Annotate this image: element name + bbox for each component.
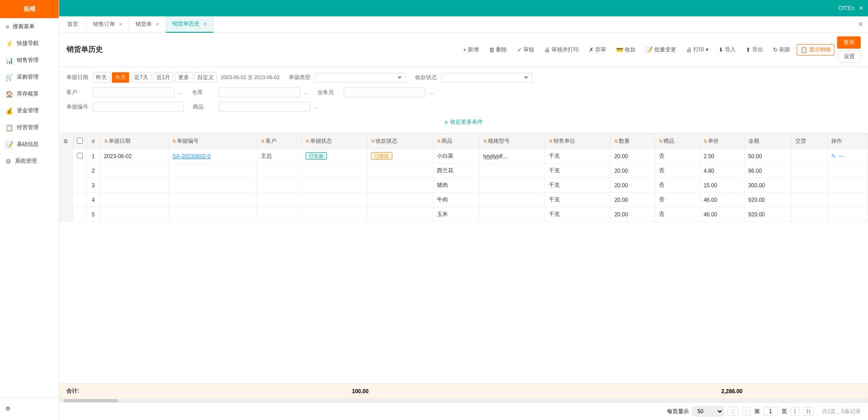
- cell-payment-status: [367, 164, 433, 178]
- sidebar-item-sys-mgmt[interactable]: ⚙ 系统管理: [0, 153, 59, 170]
- salesman-input[interactable]: [344, 87, 426, 97]
- sidebar-item-sales-mgmt[interactable]: 📊 销售管理: [0, 52, 59, 69]
- col-doc-status[interactable]: ⇅单据状态: [301, 134, 367, 149]
- tab-home[interactable]: 首页: [59, 16, 87, 33]
- sidebar-item-purchase-mgmt[interactable]: 🛒 采购管理: [0, 69, 59, 85]
- warehouse-input[interactable]: [218, 87, 300, 97]
- tab-sales-history-close[interactable]: ✕: [203, 21, 207, 26]
- horizontal-scrollbar[interactable]: [59, 399, 868, 402]
- col-doc-no[interactable]: ⇅单据编号: [169, 134, 257, 149]
- tab-sales-delivery[interactable]: 销货单 ✕: [129, 16, 166, 33]
- batch-change-icon: 📝: [646, 46, 653, 53]
- cell-customer: [257, 193, 301, 207]
- date-btn-1month[interactable]: 近1月: [153, 72, 174, 83]
- sidebar-item-quick-nav[interactable]: ⚡ 快捷导航: [0, 35, 59, 52]
- audit-button[interactable]: ✓ 审核: [513, 44, 538, 55]
- sidebar-item-search-menu[interactable]: ≡ 搜索菜单: [0, 18, 59, 35]
- show-detail-button[interactable]: 📋 显示明细: [797, 44, 834, 55]
- audit-print-button[interactable]: 🖨 审核并打印: [541, 44, 582, 55]
- col-payment-status[interactable]: ⇅收款状态: [367, 134, 433, 149]
- page-first-btn[interactable]: ⟨⟨: [728, 407, 738, 416]
- col-gift[interactable]: ⇅赠品: [655, 134, 700, 149]
- import-button[interactable]: ⬇ 导入: [715, 44, 739, 55]
- cell-amount: 920.00: [744, 193, 791, 207]
- window-close-btn[interactable]: ✕: [858, 20, 868, 29]
- doc-no-input[interactable]: [93, 102, 184, 112]
- close-window-btn[interactable]: ✕: [859, 5, 863, 11]
- col-spec[interactable]: ⇅规格型号: [479, 134, 545, 149]
- cell-payment-status: [367, 178, 433, 193]
- tab-sales-order[interactable]: 销售订单 ✕: [87, 16, 129, 33]
- warehouse-filter-label: 仓库: [192, 89, 215, 96]
- add-button[interactable]: + 新增: [459, 44, 482, 55]
- date-btn-custom[interactable]: 自定义: [194, 72, 217, 83]
- export-button[interactable]: ⬆ 导出: [742, 44, 767, 55]
- sidebar-item-basic-info[interactable]: 📝 基础信息: [0, 136, 59, 153]
- customer-input[interactable]: [93, 87, 175, 97]
- discard-button[interactable]: ✗ 弃审: [585, 44, 610, 55]
- page-prev-btn[interactable]: ⟨: [742, 407, 751, 416]
- payment-status-select[interactable]: [442, 73, 532, 83]
- page-next-btn[interactable]: ⟩: [791, 407, 799, 416]
- filter-row-2: 客户 ... 仓库 ... 业务员 ...: [66, 87, 861, 97]
- sidebar-item-inventory[interactable]: 🏠 库存核算: [0, 85, 59, 102]
- tab-sales-order-close[interactable]: ✕: [119, 22, 122, 27]
- date-btn-yesterday[interactable]: 昨天: [93, 72, 110, 83]
- cell-amount: 920.00: [744, 207, 791, 222]
- refresh-button[interactable]: ↻ 刷新: [769, 44, 794, 55]
- date-filter-label: 单据日期: [66, 74, 89, 81]
- row-checkbox[interactable]: [77, 153, 83, 159]
- cell-num: 4: [86, 193, 100, 207]
- print-button[interactable]: 🖨 打印 ▾: [682, 44, 712, 55]
- cell-deliver: [791, 193, 827, 207]
- date-btn-more[interactable]: 更多: [175, 72, 192, 83]
- cell-price: 46.00: [700, 207, 744, 222]
- sidebar-bottom-left[interactable]: ⚙: [0, 401, 59, 416]
- col-settings[interactable]: ⚙: [59, 134, 73, 149]
- doc-no-link[interactable]: SA-20230602-0: [172, 153, 211, 160]
- col-unit[interactable]: ⇅销售单位: [545, 134, 610, 149]
- tab-sales-history[interactable]: 销货单历史 ✕: [166, 16, 214, 33]
- show-detail-icon: 📋: [800, 46, 808, 53]
- select-all-checkbox[interactable]: [77, 138, 83, 144]
- col-goods[interactable]: ⇅商品: [433, 134, 479, 149]
- date-btn-today[interactable]: 今天: [112, 72, 129, 83]
- customer-dots[interactable]: ...: [178, 89, 183, 95]
- batch-change-label: 批量变更: [654, 46, 676, 54]
- per-page-select[interactable]: 50 100 200: [692, 406, 724, 416]
- print-dropdown-icon: ▾: [706, 46, 708, 53]
- settings-button[interactable]: 设置: [838, 50, 861, 63]
- goods-input[interactable]: [219, 102, 310, 112]
- goods-dots[interactable]: ...: [314, 104, 318, 110]
- doc-type-select[interactable]: [315, 73, 406, 83]
- action-more-icon[interactable]: ⋯: [839, 153, 844, 160]
- sidebar-item-ops-mgmt[interactable]: 📋 经营管理: [0, 119, 59, 136]
- discard-icon: ✗: [589, 46, 594, 53]
- cell-doc-status: [301, 164, 367, 178]
- cell-doc-no: [169, 178, 257, 193]
- col-qty[interactable]: ⇅数量: [611, 134, 655, 149]
- page-input[interactable]: [763, 407, 778, 416]
- sidebar-item-finance-mgmt[interactable]: 💰 资金管理: [0, 102, 59, 119]
- cell-deliver: [791, 164, 827, 178]
- cell-doc-no: [169, 207, 257, 222]
- cell-doc-no[interactable]: SA-20230602-0: [169, 149, 257, 164]
- cell-num: 5: [86, 207, 100, 222]
- page-last-btn[interactable]: ⟩⟩: [803, 407, 814, 416]
- col-doc-date[interactable]: ⇅单据日期: [100, 134, 169, 149]
- batch-change-button[interactable]: 📝 批量变更: [642, 44, 680, 55]
- col-customer[interactable]: ⇅客户: [257, 134, 301, 149]
- collect-button[interactable]: 💳 收款: [612, 44, 639, 55]
- collapse-button[interactable]: ∧ 收起更多条件: [66, 116, 861, 128]
- cell-amount: 96.00: [744, 164, 791, 178]
- salesman-dots[interactable]: ...: [429, 89, 434, 95]
- page-suffix: 页: [782, 408, 787, 415]
- warehouse-dots[interactable]: ...: [304, 89, 308, 95]
- action-edit-icon[interactable]: ✎: [831, 153, 836, 160]
- query-button[interactable]: 查询: [837, 36, 861, 49]
- col-price[interactable]: ⇅单价: [700, 134, 744, 149]
- date-btn-7days[interactable]: 近7天: [131, 72, 151, 83]
- sidebar-item-label: 库存核算: [17, 90, 39, 98]
- delete-button[interactable]: 🗑 删除: [485, 44, 511, 55]
- tab-sales-delivery-close[interactable]: ✕: [156, 22, 159, 27]
